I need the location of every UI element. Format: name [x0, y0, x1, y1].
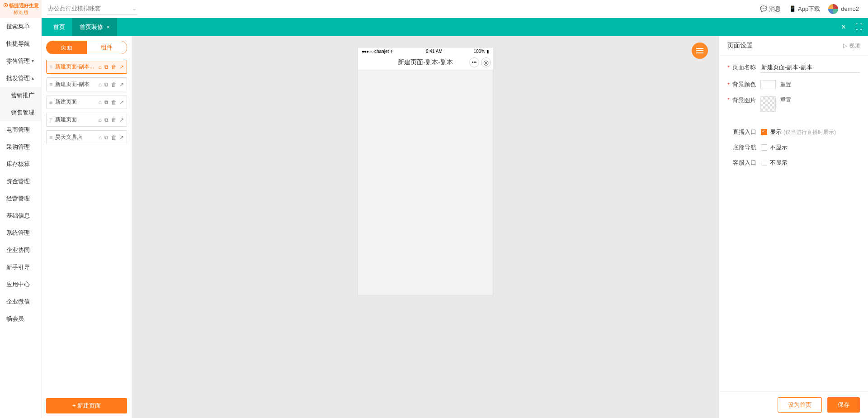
set-home-button[interactable]: 设为首页	[778, 397, 822, 413]
sidebar-item-system[interactable]: 系统管理	[0, 224, 41, 242]
home-icon[interactable]: ⌂	[99, 134, 102, 141]
share-icon[interactable]: ↗	[119, 134, 124, 141]
sidebar-item-funds[interactable]: 资金管理	[0, 173, 41, 190]
home-icon[interactable]: ⌂	[99, 81, 102, 88]
phone-preview: ●●●○○ chanjet ᯤ 9:41 AM 100% ▮ 新建页面-副本-副…	[358, 47, 493, 296]
user-menu[interactable]: demo2	[828, 4, 859, 14]
sidebar-item-member[interactable]: 畅会员	[0, 310, 41, 328]
delete-icon[interactable]: 🗑	[111, 99, 117, 105]
seg-component[interactable]: 组件	[87, 41, 127, 54]
sidebar-item-search[interactable]: 搜索菜单	[0, 18, 41, 35]
save-button[interactable]: 保存	[827, 397, 860, 413]
phone-body[interactable]	[358, 70, 493, 295]
video-link[interactable]: ▷ 视频	[843, 42, 860, 50]
logo-edition: 标准版	[14, 9, 28, 16]
app-download-button[interactable]: 📱 App下载	[789, 5, 820, 13]
sidebar-item-ecommerce[interactable]: 电商管理	[0, 121, 41, 138]
page-item[interactable]: ≡ 昊天文具店 ⌂⧉🗑↗	[46, 130, 127, 144]
segment-tabs: 页面 组件	[46, 41, 127, 54]
copy-icon[interactable]: ⧉	[104, 81, 108, 88]
home-icon[interactable]: ⌂	[99, 64, 102, 70]
sidebar-item-wechat[interactable]: 企业微信	[0, 293, 41, 310]
home-icon[interactable]: ⌂	[99, 117, 102, 123]
share-icon[interactable]: ↗	[119, 99, 124, 105]
top-right-actions: 💬 消息 📱 App下载 demo2	[760, 4, 868, 14]
sidebar-item-retail[interactable]: 零售管理▼	[0, 52, 41, 70]
fullscreen-icon[interactable]: ⛶	[854, 22, 864, 33]
cs-entry-checkbox[interactable]: 不显示	[761, 159, 788, 167]
phone-title: 新建页面-副本-副本	[398, 58, 453, 66]
share-icon[interactable]: ↗	[119, 64, 124, 70]
battery-label: 100%	[474, 49, 486, 54]
carrier-label: chanjet	[374, 49, 389, 54]
checkbox-icon	[761, 160, 767, 166]
copy-icon[interactable]: ⧉	[104, 64, 108, 70]
logo-brand: 畅捷通好生意	[9, 2, 39, 9]
sidebar-item-wholesale[interactable]: 批发管理▲	[0, 70, 41, 87]
avatar	[828, 4, 838, 14]
caret-down-icon: ▼	[31, 59, 35, 63]
page-item[interactable]: ≡ 新建页面 ⌂⧉🗑↗	[46, 95, 127, 109]
mobile-icon: 📱	[789, 5, 796, 12]
page-item[interactable]: ≡ 新建页面-副本... ⌂ ⧉ 🗑 ↗	[46, 60, 127, 74]
menu-fab[interactable]	[692, 43, 708, 59]
messages-button[interactable]: 💬 消息	[760, 5, 781, 13]
wifi-icon: ᯤ	[390, 49, 395, 54]
cs-entry-text: 不显示	[770, 159, 788, 167]
video-label: 视频	[849, 42, 860, 50]
page-panel: 页面 组件 ≡ 新建页面-副本... ⌂ ⧉ 🗑 ↗	[42, 36, 132, 418]
sidebar-item-inventory[interactable]: 库存核算	[0, 156, 41, 173]
more-icon[interactable]: •••	[469, 57, 479, 67]
tab-decoration[interactable]: 首页装修 ×	[72, 18, 117, 36]
delete-icon[interactable]: 🗑	[111, 117, 117, 123]
sidebar-item-basic[interactable]: 基础信息	[0, 207, 41, 224]
bg-color-label: 背景颜色	[732, 81, 760, 89]
copy-icon[interactable]: ⧉	[104, 117, 108, 123]
settings-panel: 页面设置 ▷ 视频 * 页面名称 * 背景颜色	[719, 36, 868, 418]
settings-title: 页面设置	[727, 42, 753, 50]
delete-icon[interactable]: 🗑	[111, 64, 117, 70]
share-icon[interactable]: ↗	[119, 117, 124, 123]
page-item[interactable]: ≡ 新建页面-副本 ⌂⧉🗑↗	[46, 77, 127, 91]
sidebar-sub-sales[interactable]: 销售管理	[0, 104, 41, 121]
page-name-input[interactable]	[760, 62, 860, 73]
account-selector[interactable]: 办公品行业模拟账套 ⌄	[47, 3, 137, 15]
sidebar-item-quicknav[interactable]: 快捷导航	[0, 35, 41, 52]
sidebar-item-purchase[interactable]: 采购管理	[0, 138, 41, 156]
bg-image-reset[interactable]: 重置	[780, 96, 791, 104]
delete-icon[interactable]: 🗑	[111, 134, 117, 141]
caret-up-icon: ▲	[31, 76, 35, 81]
home-icon[interactable]: ⌂	[99, 99, 102, 105]
bottom-nav-checkbox[interactable]: 不显示	[761, 143, 788, 152]
live-entry-checkbox[interactable]: 显示	[761, 128, 782, 136]
checkbox-icon	[761, 129, 767, 135]
copy-icon[interactable]: ⧉	[104, 99, 108, 105]
tab-close-icon[interactable]: ×	[107, 24, 110, 30]
bg-image-swatch[interactable]	[760, 96, 776, 112]
delete-icon[interactable]: 🗑	[111, 81, 117, 88]
sidebar-sub-marketing[interactable]: 营销推广	[0, 87, 41, 104]
target-icon[interactable]: ◎	[481, 57, 491, 67]
drag-icon: ≡	[49, 117, 52, 123]
sidebar-item-appcenter[interactable]: 应用中心	[0, 276, 41, 293]
new-page-button[interactable]: + 新建页面	[46, 398, 127, 413]
sidebar-item-newbie[interactable]: 新手引导	[0, 259, 41, 276]
bg-color-reset[interactable]: 重置	[780, 81, 791, 89]
bottom-nav-text: 不显示	[770, 143, 788, 152]
sidebar-item-operation[interactable]: 经营管理	[0, 190, 41, 207]
seg-page[interactable]: 页面	[47, 41, 87, 54]
bg-color-swatch[interactable]	[760, 80, 776, 89]
live-show-text: 显示	[770, 128, 782, 136]
page-item[interactable]: ≡ 新建页面 ⌂⧉🗑↗	[46, 113, 127, 127]
close-all-icon[interactable]: ×	[838, 22, 849, 33]
page-item-name: 新建页面-副本...	[55, 63, 96, 71]
sidebar-item-collab[interactable]: 企业协同	[0, 242, 41, 259]
page-name-label: 页面名称	[732, 63, 760, 71]
tab-home[interactable]: 首页	[46, 18, 72, 36]
drag-icon: ≡	[49, 134, 52, 141]
bottom-nav-label: 底部导航	[733, 143, 761, 152]
share-icon[interactable]: ↗	[119, 81, 124, 88]
battery-icon: ▮	[486, 49, 489, 54]
required-mark: *	[727, 81, 730, 88]
copy-icon[interactable]: ⧉	[104, 134, 108, 141]
